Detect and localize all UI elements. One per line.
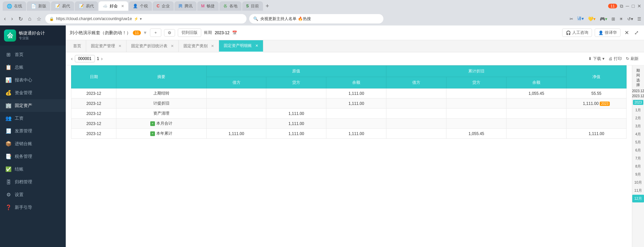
print-label: 打印 [614,56,622,62]
tab-asset-category[interactable]: 固定资产类别 ✕ [179,40,219,52]
period-month[interactable]: 8月 [632,163,644,170]
browser-tab-10[interactable]: 各 各地 [219,1,241,11]
sidebar-item-settings[interactable]: ⚙ 设置 [0,188,66,201]
switch-version-button[interactable]: 切到旧版 [178,28,201,37]
period-month[interactable]: 12月 [632,195,644,202]
history-icon[interactable]: ↺▾ [627,16,633,21]
menu-icon[interactable]: ☰ [637,16,641,21]
sidebar-item-funds[interactable]: 💰 资金管理 [0,86,66,99]
sidebar-item-ledger[interactable]: 📋 总账 [0,61,66,74]
tab-fixed-assets-mgmt-close[interactable]: ✕ [118,44,121,48]
period-month[interactable]: 9月 [632,171,644,178]
minimize-icon[interactable]: ─ [626,3,629,9]
wallet-icon[interactable]: 💛▾ [588,16,596,21]
sidebar-item-invoice[interactable]: 🧾 发票管理 [0,125,66,137]
user-button[interactable]: 👤 徐译华 [595,28,621,37]
grid-icon[interactable]: ⊞ [611,16,615,21]
th-orig-credit: 贷方 [266,77,326,88]
support-button[interactable]: 🎧 人工咨询 [562,28,592,37]
browser-tab-2[interactable]: 📄 新版 [27,1,50,11]
next-page-button[interactable]: › [101,56,103,61]
tab-asset-category-close[interactable]: ✕ [211,44,214,48]
sidebar-item-reports[interactable]: 📊 报表中心 [0,74,66,86]
browser-tab-11[interactable]: S 目前 [242,1,263,11]
logo-sub: 专业版 [19,36,45,41]
tab-depreciation-stats[interactable]: 固定资产折旧统计表 ✕ [126,40,179,52]
account-selector[interactable]: 刘小艳演示账套（勿删勿动！） 11 ▼ [70,30,147,36]
tab-asset-detail-ledger-close[interactable]: ✕ [255,44,258,48]
settings-small-button[interactable]: ⚙ [164,29,175,37]
tab5-close[interactable]: ✕ [121,4,124,8]
browser-tab-5[interactable]: ☁️ 好会 ✕ [99,1,128,11]
sidebar-item-guide[interactable]: ❓ 新手引导 [0,201,66,214]
game-icon[interactable]: 🎮▾ [600,16,607,21]
stock-icon: 📦 [5,141,11,147]
browser-tab-8[interactable]: 腾 腾讯 [174,1,197,11]
address-bar[interactable]: 🔒 https://cloud.chanjet.com/accounting/u… [45,14,247,23]
calendar-icon[interactable]: 📅 [232,30,237,35]
period-month[interactable]: 10月 [632,179,644,186]
sidebar-item-payroll[interactable]: 👥 工资 [0,112,66,125]
scissors-icon[interactable]: ✂ [570,16,573,21]
page-num: 1 [97,56,99,61]
tab4-favicon: 📝 [79,4,84,8]
browser-tab-9[interactable]: M 畅捷 [197,1,219,11]
table-cell [506,109,567,119]
tab-asset-detail-ledger[interactable]: 固定资产明细账 ✕ [219,40,263,52]
table-cell: 1,111.00 [206,129,266,139]
period-month[interactable]: 7月 [632,155,644,162]
home-button[interactable]: ⌂ [27,15,33,22]
collapse-button[interactable]: ✕ [623,29,630,37]
browser-tab-7[interactable]: C 企业 [153,1,174,11]
page-input[interactable] [75,55,95,62]
refresh-button[interactable]: ↻ 刷新 [626,56,639,62]
add-account-button[interactable]: ＋ [150,28,161,37]
year-badge[interactable]: 2023 [633,100,643,105]
table-cell: 2023-12 [71,109,116,119]
reload-button[interactable]: ↻ [17,15,24,23]
browser-tab-1[interactable]: 🌐 在线 [3,1,26,11]
tab-depreciation-stats-label: 固定资产折旧统计表 [131,43,167,49]
print-button[interactable]: 🖨 打印 [608,56,622,62]
tab-depreciation-stats-close[interactable]: ✕ [171,44,174,48]
prev-page-button[interactable]: ‹ [71,56,73,61]
refresh-icon: ↻ [626,56,629,61]
table-cell [386,88,446,99]
tab1-favicon: 🌐 [7,4,12,9]
maximize-icon[interactable]: □ [632,3,635,9]
search-bar[interactable]: 🔍 央视更新主持人名单 🔥热搜 [249,14,383,23]
new-tab-button[interactable]: + [264,3,271,10]
brightness-icon[interactable]: ☀ [619,16,623,21]
browser-tab-4[interactable]: 📝 易代 [75,1,98,11]
period-month[interactable]: 6月 [632,146,644,154]
browser-toolbar-icons: ✂ 译▾ 💛▾ 🎮▾ ⊞ ☀ ↺▾ ☰ [570,16,641,22]
browser-tab-3[interactable]: 📝 易代 [51,1,74,11]
tab2-favicon: 📄 [31,4,36,9]
bookmark-button[interactable]: ☆ [35,15,43,23]
forward-button[interactable]: › [10,15,14,22]
close-icon[interactable]: ✕ [637,3,641,9]
tab-home[interactable]: 首页 [68,40,86,52]
tab-fixed-assets-mgmt[interactable]: 固定资产管理 ✕ [86,40,126,52]
page-tabs: 首页 固定资产管理 ✕ 固定资产折旧统计表 ✕ 固定资产类别 ✕ 固定资产明细账… [66,40,644,52]
expand-button[interactable]: ⤢ [633,29,640,37]
sidebar-item-archive[interactable]: 🗄 归档管理 [0,176,66,188]
sidebar-item-closing[interactable]: ✅ 结账 [0,163,66,176]
period-month[interactable]: 2月 [632,114,644,122]
back-button[interactable]: ‹ [3,15,7,22]
translate-icon[interactable]: 译▾ [577,16,584,22]
period-month[interactable]: 11月 [632,187,644,194]
period-month[interactable]: 5月 [632,138,644,146]
search-icon: 🔍 [253,16,258,21]
sidebar-item-fixed-assets[interactable]: 🏢 固定资产 [0,99,66,112]
browser-tab-6[interactable]: 👤 个税 [129,1,152,11]
sidebar-item-stock[interactable]: 📦 进销台账 [0,137,66,150]
download-button[interactable]: ⬇ 下载 ▾ [588,56,604,62]
period-month[interactable]: 4月 [632,130,644,138]
tab-expand-icon[interactable]: ⧉ [620,3,623,9]
sidebar-item-home[interactable]: ⊞ 首页 [0,48,66,61]
sidebar-item-tax[interactable]: 📑 税务管理 [0,150,66,163]
table-row: 2023-12上期结转1,111.001,055.4555.55 [71,88,627,99]
period-month[interactable]: 1月 [632,106,644,114]
period-month[interactable]: 3月 [632,122,644,130]
